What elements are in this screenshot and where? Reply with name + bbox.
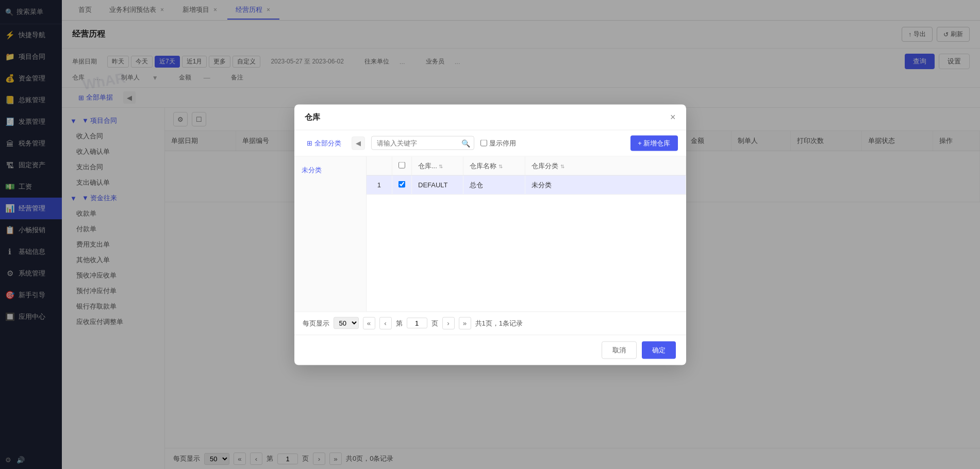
modal-page-label: 第 (396, 318, 403, 328)
modal-footer: 取消 确定 (294, 334, 686, 365)
collapse-icon-modal: ◀ (356, 139, 361, 147)
modal-row-code: DEFAULT (412, 175, 463, 195)
modal-col-name: 仓库名称 ⇅ (463, 156, 525, 175)
modal-col-category-label: 仓库分类 (531, 161, 558, 169)
sort-icon-name: ⇅ (499, 163, 503, 169)
modal-left-tree: 未分类 (294, 156, 367, 311)
modal-row-checkbox[interactable] (398, 181, 405, 187)
grid-icon-modal: ⊞ (307, 139, 312, 147)
modal-tree-uncategorized-label: 未分类 (302, 166, 322, 173)
modal-total-records: 共1页，1条记录 (475, 318, 523, 328)
modal-search-icon: 🔍 (461, 139, 470, 147)
modal-page-size-label: 每页显示 (303, 318, 329, 328)
modal-page-last-btn[interactable]: » (459, 317, 471, 329)
cancel-button[interactable]: 取消 (602, 341, 637, 359)
modal-search-input[interactable] (371, 136, 474, 150)
sort-icon-category: ⇅ (560, 163, 564, 169)
show-disabled-checkbox-label[interactable]: 显示停用 (480, 138, 516, 148)
modal-table: 仓库... ⇅ 仓库名称 ⇅ 仓库分类 ⇅ (367, 156, 686, 195)
modal-close-button[interactable]: × (670, 111, 676, 122)
modal-col-category: 仓库分类 ⇅ (525, 156, 686, 175)
modal-col-code-label: 仓库... (418, 161, 437, 169)
add-warehouse-button[interactable]: + 新增仓库 (630, 135, 677, 151)
modal-title: 仓库 (305, 112, 320, 122)
modal-header: 仓库 × (294, 104, 686, 130)
modal-toolbar: ⊞ 全部分类 ◀ 🔍 显示停用 + 新增仓库 (294, 130, 686, 156)
modal-tree-uncategorized[interactable]: 未分类 (294, 161, 366, 178)
modal-page-prev-btn[interactable]: ‹ (379, 317, 392, 329)
modal-table-header-row: 仓库... ⇅ 仓库名称 ⇅ 仓库分类 ⇅ (367, 156, 686, 175)
modal-col-seq (367, 156, 392, 175)
modal-search-wrap: 🔍 (371, 136, 474, 150)
modal-col-check (392, 156, 412, 175)
modal-page-input[interactable] (407, 318, 427, 329)
confirm-button[interactable]: 确定 (642, 341, 676, 359)
show-disabled-checkbox[interactable] (480, 140, 487, 147)
modal-select-all-checkbox[interactable] (398, 161, 405, 168)
modal-page-suffix: 页 (431, 318, 438, 328)
all-category-label: 全部分类 (314, 138, 341, 148)
show-disabled-label: 显示停用 (489, 138, 516, 148)
modal-page-next-btn[interactable]: › (442, 317, 455, 329)
modal-pagination: 每页显示 50 « ‹ 第 页 › » 共1页，1条记录 (294, 311, 686, 334)
modal-col-name-label: 仓库名称 (470, 161, 496, 169)
modal-content-layout: 未分类 仓库... ⇅ (294, 156, 686, 311)
modal-table-row[interactable]: 1 DEFAULT 总仓 未分类 (367, 175, 686, 195)
modal-row-check[interactable] (392, 175, 412, 195)
modal-page-size-select[interactable]: 50 (334, 317, 359, 329)
all-category-btn[interactable]: ⊞ 全部分类 (303, 136, 345, 150)
warehouse-modal: 仓库 × ⊞ 全部分类 ◀ 🔍 显示停用 + 新增仓库 (294, 104, 686, 365)
sort-icon-code: ⇅ (439, 163, 443, 169)
modal-row-category: 未分类 (525, 175, 686, 195)
modal-body: ⊞ 全部分类 ◀ 🔍 显示停用 + 新增仓库 未分类 (294, 130, 686, 334)
modal-row-name: 总仓 (463, 175, 525, 195)
modal-row-seq: 1 (367, 175, 392, 195)
modal-collapse-btn[interactable]: ◀ (352, 136, 365, 150)
modal-page-first-btn[interactable]: « (363, 317, 375, 329)
modal-table-area: 仓库... ⇅ 仓库名称 ⇅ 仓库分类 ⇅ (367, 156, 686, 311)
modal-col-code: 仓库... ⇅ (412, 156, 463, 175)
